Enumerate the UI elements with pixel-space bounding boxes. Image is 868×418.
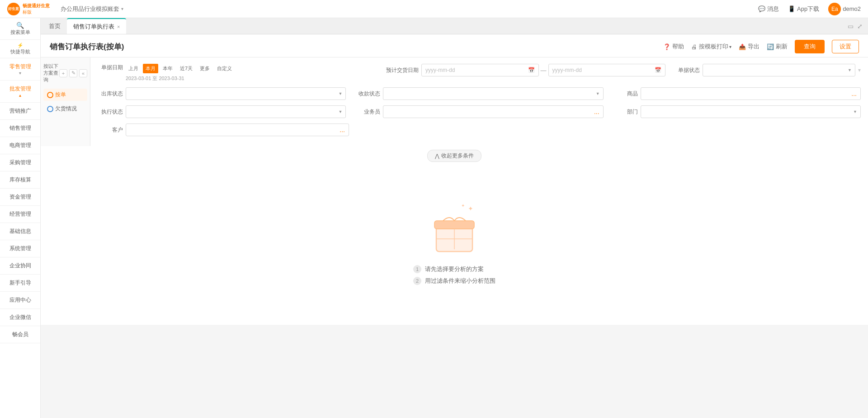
customer-label: 客户 [98,126,123,134]
expected-date-to[interactable]: yyyy-mm-dd 📅 [548,64,666,76]
salesperson-label: 业务员 [355,108,380,116]
date-tab-7days[interactable]: 近7天 [177,64,195,73]
delivery-label: 出库状态 [98,90,123,98]
svg-text:✦: ✦ [461,203,465,208]
date-tab-custom[interactable]: 自定义 [214,64,235,73]
date-range-inputs: yyyy-mm-dd 📅 — yyyy-mm-dd 📅 [421,64,665,76]
sidebar-item-appstore[interactable]: 应用中心 [0,292,40,309]
logo-text: 畅捷通好生意 标版 [23,3,50,15]
salesperson-ellipsis[interactable]: ... [594,108,599,115]
print-icon: 🖨 [691,43,697,50]
main-layout: 🔍 搜索菜单 ⚡ 快捷导航 零售管理 ▾ 批发管理 ▴ 营销推广 销售管理 电商… [0,18,868,418]
sidebar-item-purchase[interactable]: 采购管理 [0,154,40,171]
help-button[interactable]: ❓ 帮助 [663,43,684,51]
sidebar-item-system[interactable]: 系统管理 [0,240,40,257]
print-button[interactable]: 🖨 按模板打印 [691,43,728,51]
exec-select-wrapper: 未执行 部分执行 已执行 [126,105,346,118]
app-download-button[interactable]: 📱 App下载 [788,5,819,13]
header-right: 💬 消息 📱 App下载 Ea demo2 [758,3,861,15]
help-icon: ❓ [663,43,670,50]
salesperson-input[interactable]: ... [383,105,603,118]
sidebar-item-sales[interactable]: 销售管理 [0,120,40,137]
sidebar-item-operations[interactable]: 经营管理 [0,206,40,223]
collapse-more-btn[interactable]: ⋀ 收起更多条件 [427,150,481,162]
filter-sidebar: 按以下方案查询 + ✎ « 按单 [41,57,90,146]
filter-field-product: 商品 ... [613,87,861,100]
payment-select-wrapper: 已收款 未收款 部分收款 [383,87,603,100]
sidebar-item-basic[interactable]: 基础信息 [0,223,40,240]
tab-maximize-btn[interactable]: ⤢ [857,23,863,30]
filter-scheme-order[interactable]: 按单 [43,89,87,101]
delivery-select[interactable]: 已出库 未出库 部分出库 [126,87,346,100]
date-tab-thisyear[interactable]: 本年 [160,64,175,73]
exec-select[interactable]: 未执行 部分执行 已执行 [126,105,346,118]
logo-icon-text: 好生意 [8,6,19,11]
print-dropdown-arrow[interactable]: ▾ [729,44,731,49]
header-left: 好生意 畅捷通好生意 标版 办公用品行业模拟账套 ▾ [7,3,123,15]
sidebar-item-marketing[interactable]: 营销推广 [0,103,40,120]
sidebar-item-wholesale[interactable]: 批发管理 ▴ [0,81,40,103]
date-tab-thismonth[interactable]: 本月 [143,64,158,73]
top-header: 好生意 畅捷通好生意 标版 办公用品行业模拟账套 ▾ 💬 消息 📱 App下载 … [0,0,868,18]
filter-field-salesperson: 业务员 ... [355,105,603,118]
sidebar-item-inventory[interactable]: 库存核算 [0,171,40,189]
filter-row-3: 执行状态 未执行 部分执行 已执行 [98,105,861,118]
date-label: 单据日期 [98,64,123,71]
page-inner: 销售订单执行表(按单) ❓ 帮助 🖨 按模板打印 ▾ [41,34,868,325]
refresh-button[interactable]: 🔄 刷新 [767,43,788,51]
tab-restore-btn[interactable]: ▭ [848,23,854,30]
product-ellipsis[interactable]: ... [851,90,857,97]
tab-home[interactable]: 首页 [42,18,67,34]
sidebar-item-finance[interactable]: 资金管理 [0,189,40,206]
sidebar-item-retail[interactable]: 零售管理 ▾ [0,58,40,81]
sidebar-search[interactable]: 🔍 搜索菜单 [0,18,40,40]
filter-field-status: 单据状态 ▾ [675,64,861,76]
add-scheme-btn[interactable]: + [59,69,67,77]
customer-input[interactable]: ... [126,124,349,136]
product-input[interactable]: ... [641,87,861,100]
sidebar-item-enterprise[interactable]: 企业协同 [0,257,40,275]
sidebar-item-newbie[interactable]: 新手引导 [0,275,40,292]
filter-field-delivery: 出库状态 已出库 未出库 部分出库 [98,87,346,100]
app-selector[interactable]: 办公用品行业模拟账套 ▾ [61,5,123,13]
logo-area: 好生意 畅捷通好生意 标版 [7,3,50,15]
calendar-icon-from: 📅 [528,67,535,73]
app-selector-arrow: ▾ [121,6,123,11]
messages-button[interactable]: 💬 消息 [758,5,779,13]
filter-row-4: 客户 ... [98,124,861,136]
sidebar-item-ecommerce[interactable]: 电商管理 [0,137,40,154]
query-button[interactable]: 查询 [795,40,825,53]
refresh-icon: 🔄 [767,43,774,50]
sidebar-item-member[interactable]: 畅会员 [0,326,40,343]
status-select[interactable] [703,64,855,76]
sidebar-item-wechat[interactable]: 企业微信 [0,309,40,326]
filter-row-1: 单据日期 上月 本月 本年 近7天 更多 自定义 [98,64,861,82]
empty-tips: 1 请先选择要分析的方案 2 用过滤条件来缩小分析范围 [413,265,495,289]
expected-date-from[interactable]: yyyy-mm-dd 📅 [421,64,539,76]
status-label: 单据状态 [675,66,700,74]
tab-sales-order[interactable]: 销售订单执行表 × [67,18,126,34]
filter-field-customer: 客户 ... [98,124,349,136]
page-header: 销售订单执行表(按单) ❓ 帮助 🖨 按模板打印 ▾ [41,34,868,57]
scheme-order-icon [47,92,53,98]
sidebar-quick-nav[interactable]: ⚡ 快捷导航 [0,40,40,58]
filter-section: 按以下方案查询 + ✎ « 按单 [41,57,868,146]
tab-bar-right: ▭ ⤢ [848,23,866,30]
date-tab-more[interactable]: 更多 [197,64,212,73]
filter-scheme-shortage[interactable]: 欠货情况 [43,103,87,115]
payment-select[interactable]: 已收款 未收款 部分收款 [383,87,603,100]
tab-bar: 首页 销售订单执行表 × ▭ ⤢ [41,18,868,34]
user-profile[interactable]: Ea demo2 [828,3,861,15]
collapse-scheme-btn[interactable]: « [79,69,87,77]
dept-select[interactable] [641,105,861,118]
empty-state: ✦ ✦ 1 请先选择要分析的方案 2 [41,166,868,325]
collapse-icon: ⋀ [435,153,439,159]
tab-close-btn[interactable]: × [117,24,120,29]
date-tab-lastmonth[interactable]: 上月 [126,64,141,73]
export-button[interactable]: 📤 导出 [739,43,760,51]
edit-scheme-btn[interactable]: ✎ [69,69,77,77]
filter-field-dept: 部门 [613,105,861,118]
status-dropdown-arrow: ▾ [858,67,861,73]
customer-ellipsis[interactable]: ... [340,126,345,133]
settings-button[interactable]: 设置 [832,40,859,53]
